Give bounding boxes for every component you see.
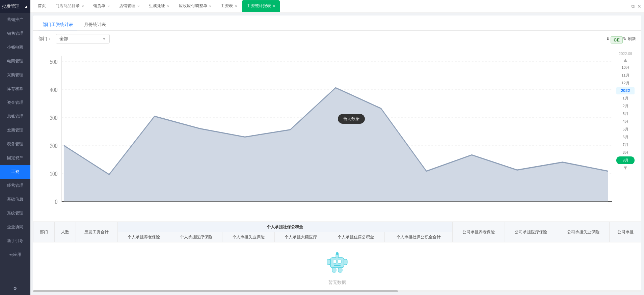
tab-sales-order[interactable]: 销货单 × (88, 0, 114, 12)
svg-text:500: 500 (50, 59, 57, 65)
sidebar-item-label: 云应用 (9, 252, 21, 257)
timeline-item-oct[interactable]: 10月 (616, 64, 635, 71)
sub-tab-dept[interactable]: 部门工资统计表 (38, 20, 77, 30)
svg-text:200: 200 (50, 143, 57, 149)
timeline-item-2022[interactable]: 2022 (616, 87, 635, 94)
scrollbar-track[interactable] (33, 290, 641, 292)
tab-label: 生成凭证 (149, 3, 165, 9)
timeline-item-mar[interactable]: 3月 (616, 110, 635, 118)
tab-label: 销货单 (93, 3, 105, 9)
sub-tabs: 部门工资统计表 月份统计表 (33, 16, 641, 31)
sidebar-item-label: 固定资产 (7, 155, 23, 160)
close-icon[interactable]: ✕ (637, 4, 641, 9)
sidebar-toggle-icon: ▲ (24, 4, 28, 9)
th-total: 应发工资合计 (76, 222, 117, 242)
sidebar-item-jygl[interactable]: 经营管理 (0, 179, 30, 193)
tab-close-icon[interactable]: × (82, 4, 84, 8)
tab-voucher[interactable]: 生成凭证 × (144, 0, 174, 12)
timeline-item-jan[interactable]: 1月 (616, 94, 635, 102)
tab-close-icon[interactable]: × (137, 4, 139, 8)
sidebar-item-xsgl[interactable]: 销售管理 (0, 27, 30, 40)
sidebar-item-xcdsc[interactable]: 小畅电商 (0, 40, 30, 54)
timeline-item-sep[interactable]: 9月 (616, 156, 635, 164)
th-company-other: 公司承担 (610, 222, 641, 242)
timeline-item-nov[interactable]: 11月 (616, 71, 635, 79)
tab-close-icon[interactable]: × (107, 4, 109, 8)
sidebar-item-label: 库存核算 (7, 86, 23, 91)
sidebar-item-yxtt[interactable]: 营销推广 (0, 13, 30, 27)
dept-label: 部门： (38, 36, 52, 42)
refresh-button[interactable]: ↻ 刷新 (623, 36, 636, 42)
dept-select[interactable]: 全部 ▼ (56, 34, 110, 43)
svg-rect-15 (333, 260, 337, 263)
sub-tab-month[interactable]: 月份统计表 (80, 20, 110, 30)
th-count: 人数 (54, 222, 76, 242)
tab-payroll[interactable]: 工资表 × (216, 0, 242, 12)
sidebar-item-cggl[interactable]: 采购管理 (0, 68, 30, 82)
tab-close-icon[interactable]: × (273, 4, 275, 8)
timeline-item-jun[interactable]: 6月 (616, 133, 635, 141)
sidebar-header[interactable]: 批发管理 ▲ (0, 0, 30, 13)
sidebar-item-label: 发票管理 (7, 128, 23, 132)
sidebar-item-swgl[interactable]: 税务管理 (0, 137, 30, 151)
sidebar-item-qytx[interactable]: 企业协同 (0, 220, 30, 234)
th-p-unemploy: 个人承担失业保险 (222, 232, 275, 242)
sidebar-item-gdzc[interactable]: 固定资产 (0, 151, 30, 165)
tab-label: 店铺管理 (119, 3, 135, 9)
timeline-header[interactable]: 2022.09 (617, 51, 634, 56)
timeline-item-feb[interactable]: 2月 (616, 102, 635, 110)
tab-payroll-report[interactable]: 工资统计报表 × (242, 0, 280, 12)
sidebar-item-label: 基础信息 (7, 197, 23, 202)
sidebar-item-xsyd[interactable]: 新手引导 (0, 234, 30, 248)
sidebar-item-label: 小畅电商 (7, 45, 23, 50)
sidebar-item-gz[interactable]: 工资 (0, 165, 30, 179)
dept-value: 全部 (59, 36, 68, 42)
toolbar: 部门： 全部 ▼ ⬇ 下载 ↻ 刷新 (33, 31, 641, 47)
tab-store-manage[interactable]: 店铺管理 × (114, 0, 144, 12)
th-p-pension: 个人承担养老保险 (117, 232, 170, 242)
tab-label: 工资表 (221, 3, 233, 9)
timeline-item-aug[interactable]: 8月 (616, 149, 635, 156)
timeline-up-icon[interactable]: ▲ (622, 56, 629, 64)
download-icon: ⬇ (606, 36, 610, 41)
scrollbar-thumb[interactable] (33, 290, 398, 292)
tab-home[interactable]: 首页 (33, 0, 51, 12)
svg-rect-21 (344, 259, 347, 265)
tabs-actions: ⧉ ✕ (631, 3, 641, 9)
sidebar-item-yyyp[interactable]: 云应用 (0, 248, 30, 262)
sidebar-item-zjgl[interactable]: 资金管理 (0, 96, 30, 110)
svg-rect-20 (327, 259, 330, 265)
tab-label: 门店商品目录 (55, 3, 80, 9)
svg-text:400: 400 (50, 87, 57, 93)
tab-ap-adjust[interactable]: 应收应付调整单 × (174, 0, 216, 12)
sidebar-item-dsggl[interactable]: 电商管理 (0, 54, 30, 68)
tab-close-icon[interactable]: × (209, 4, 211, 8)
timeline-item-apr[interactable]: 4月 (616, 118, 635, 125)
timeline-item-may[interactable]: 5月 (616, 125, 635, 133)
sidebar-item-label: 营销推广 (7, 17, 23, 22)
svg-rect-22 (332, 268, 336, 272)
th-company-unemploy: 公司承担失业保险 (557, 222, 610, 242)
sidebar-item-label: 资金管理 (7, 100, 23, 105)
sidebar-item-zzgl[interactable]: 总账管理 (0, 110, 30, 123)
sidebar-settings[interactable]: ⚙ (0, 282, 30, 295)
timeline-item-dec[interactable]: 12月 (616, 79, 635, 87)
th-p-medical: 个人承担医疗保险 (170, 232, 222, 242)
no-data-robot-icon (324, 249, 351, 276)
th-p-major-med: 个人承担大额医疗 (275, 232, 327, 242)
restore-icon[interactable]: ⧉ (631, 3, 635, 9)
sidebar-item-xtgl[interactable]: 系统管理 (0, 206, 30, 220)
sidebar-item-jcxx[interactable]: 基础信息 (0, 193, 30, 206)
svg-marker-13 (64, 88, 608, 201)
sidebar-item-kchsn[interactable]: 库存核算 (0, 82, 30, 96)
tab-store-catalog[interactable]: 门店商品目录 × (51, 0, 88, 12)
sidebar-item-fpgl[interactable]: 发票管理 (0, 123, 30, 137)
tab-close-icon[interactable]: × (235, 4, 237, 8)
th-company-pension: 公司承担养老保险 (453, 222, 505, 242)
svg-rect-17 (334, 265, 341, 266)
sidebar-item-label: 采购管理 (7, 72, 23, 77)
timeline-item-jul[interactable]: 7月 (616, 141, 635, 149)
sub-tab-label: 月份统计表 (84, 22, 106, 27)
tab-close-icon[interactable]: × (167, 4, 169, 8)
timeline-down-icon[interactable]: ▼ (622, 164, 629, 172)
